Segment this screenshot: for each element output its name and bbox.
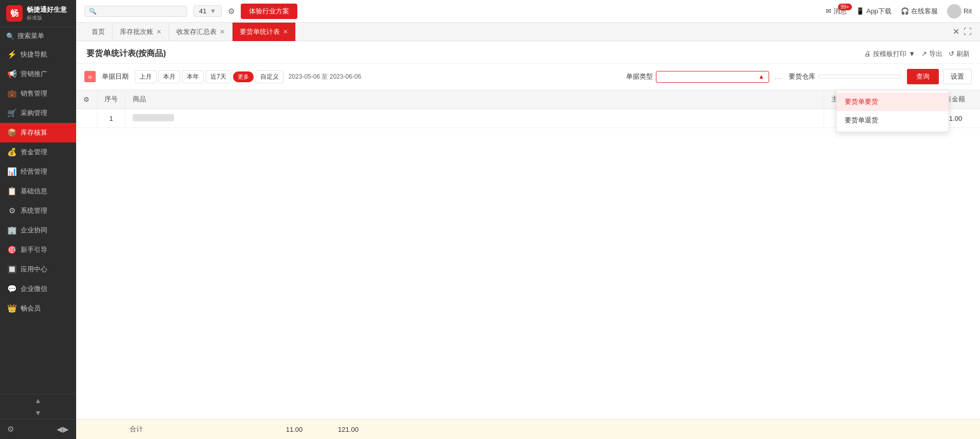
custom-date-btn[interactable]: 自定义: [256, 70, 283, 83]
footer-total-label: 合计: [130, 425, 143, 433]
main-area: 🔍 41 ▼ ⚙ 体验行业方案 ✉ 消息 99+ 📱 App下载 🎧 在线客服: [76, 0, 980, 439]
sidebar-item-app-center[interactable]: 🔲应用中心: [0, 260, 76, 279]
sidebar-icon-basic-info: 📋: [7, 187, 16, 196]
sidebar-label-wechat: 企业微信: [21, 284, 47, 294]
tab-label-home: 首页: [92, 27, 105, 36]
table-footer: 合计 11.00 121.00: [76, 419, 980, 439]
sidebar-icon-system: ⚙: [7, 206, 16, 215]
sidebar-item-purchase[interactable]: 🛒采购管理: [0, 103, 76, 123]
tab-requisition-stat[interactable]: 要货单统计表 ✕: [233, 23, 296, 41]
this-year-btn[interactable]: 本年: [182, 70, 204, 83]
dropdown-item-requisition-order[interactable]: 要货单要货: [836, 93, 949, 111]
col-settings-header: ⚙: [76, 90, 97, 109]
last-month-btn[interactable]: 上月: [135, 70, 156, 83]
footer-cells: 合计 11.00 121.00: [83, 425, 973, 434]
sidebar-item-guide[interactable]: 🎯新手引导: [0, 240, 76, 260]
type-more-btn[interactable]: …: [774, 72, 782, 81]
tab-close-receivable-summary[interactable]: ✕: [220, 28, 225, 35]
row-settings-0: [76, 109, 97, 128]
sidebar-label-quick-nav: 快捷导航: [21, 50, 47, 59]
sidebar-item-enterprise[interactable]: 🏢企业协同: [0, 221, 76, 240]
app-logo-icon: 畅: [6, 5, 23, 22]
sidebar-item-wechat[interactable]: 💬企业微信: [0, 279, 76, 299]
message-badge: 99+: [838, 4, 852, 10]
col-product-header: 商品: [126, 90, 824, 109]
type-select-box[interactable]: ▲: [656, 71, 769, 83]
type-select-input[interactable]: [661, 73, 755, 81]
search-icon: 🔍: [6, 32, 14, 40]
app-download-item[interactable]: 📱 App下载: [856, 7, 892, 16]
sidebar: 畅 畅捷通好生意 标准版 🔍 搜索菜单 ⚡快捷导航📢营销推广💼销售管理🛒采购管理…: [0, 0, 76, 439]
sidebar-item-operations[interactable]: 📊经营管理: [0, 162, 76, 181]
sidebar-label-system: 系统管理: [21, 206, 47, 215]
user-avatar-item[interactable]: Rit: [947, 4, 972, 19]
tab-receivable-summary[interactable]: 收发存汇总表 ✕: [169, 23, 233, 41]
sidebar-label-marketing: 营销推广: [21, 69, 47, 79]
product-placeholder-0: [133, 114, 174, 121]
sidebar-item-marketing[interactable]: 📢营销推广: [0, 64, 76, 84]
tab-close-all-icon[interactable]: ✕: [953, 27, 959, 36]
type-filter-group: 单据类型 ▲ …: [626, 71, 782, 83]
sidebar-label-app-center: 应用中心: [21, 265, 47, 274]
col-no-header: 序号: [97, 90, 126, 109]
this-month-btn[interactable]: 本月: [158, 70, 180, 83]
refresh-btn[interactable]: ↺ 刷新: [949, 49, 970, 59]
topbar-gear-icon[interactable]: ⚙: [228, 7, 235, 16]
sidebar-icon-member: 👑: [7, 304, 16, 313]
tab-home[interactable]: 首页: [84, 23, 113, 41]
trial-button[interactable]: 体验行业方案: [241, 4, 297, 19]
sidebar-icon-quick-nav: ⚡: [7, 50, 16, 59]
warehouse-label: 要货仓库: [789, 72, 815, 81]
tab-label-inventory-batch: 库存批次账: [120, 27, 153, 36]
message-icon: ✉: [826, 7, 831, 15]
page-title: 要货单统计表(按商品): [86, 48, 166, 59]
topbar-search-box[interactable]: 🔍: [84, 6, 187, 17]
sidebar-icon-marketing: 📢: [7, 69, 16, 79]
sidebar-label-sales: 销售管理: [21, 89, 47, 98]
footer-quantity: 11.00: [269, 426, 320, 433]
scroll-down-indicator[interactable]: ▼: [34, 409, 42, 417]
table-wrapper[interactable]: ⚙ 序号 商品 主计量单位 主数量 零售金额 1 块 11.: [76, 90, 980, 419]
tab-inventory-batch[interactable]: 库存批次账 ✕: [113, 23, 169, 41]
query-button[interactable]: 查询: [907, 69, 939, 84]
more-dates-btn[interactable]: 更多: [233, 71, 254, 82]
message-item[interactable]: ✉ 消息 99+: [826, 7, 847, 16]
tabs-bar: 首页库存批次账 ✕收发存汇总表 ✕要货单统计表 ✕ ✕ ⛶: [76, 23, 980, 41]
sidebar-item-system[interactable]: ⚙系统管理: [0, 201, 76, 221]
sidebar-item-inventory[interactable]: 📦库存核算: [0, 123, 76, 142]
support-item[interactable]: 🎧 在线客服: [901, 7, 938, 16]
settings-col-icon[interactable]: ⚙: [83, 96, 90, 103]
tab-close-requisition-stat[interactable]: ✕: [283, 28, 288, 35]
sidebar-item-quick-nav[interactable]: ⚡快捷导航: [0, 45, 76, 64]
export-btn[interactable]: ↗ 导出: [921, 49, 942, 59]
print-template-btn[interactable]: 🖨 按模板打印 ▼: [864, 49, 915, 59]
user-avatar: [947, 4, 961, 19]
sidebar-item-finance[interactable]: 💰资金管理: [0, 142, 76, 162]
last-7days-btn[interactable]: 近7天: [206, 70, 231, 83]
tab-close-inventory-batch[interactable]: ✕: [156, 28, 162, 35]
type-dropdown: 要货单要货要货单退货: [836, 90, 949, 132]
sidebar-icon-enterprise: 🏢: [7, 226, 16, 235]
row-no-0: 1: [97, 109, 126, 128]
sidebar-icon-finance: 💰: [7, 148, 16, 157]
scroll-up-indicator[interactable]: ▲: [34, 396, 42, 405]
sidebar-label-enterprise: 企业协同: [21, 226, 47, 235]
filter-expand-btn[interactable]: »: [84, 71, 96, 82]
settings-button[interactable]: 设置: [943, 69, 972, 84]
sidebar-item-member[interactable]: 👑畅会员: [0, 299, 76, 318]
app-download-label: App下载: [866, 7, 892, 16]
page-content: 要货单统计表(按商品) 🖨 按模板打印 ▼ ↗ 导出 ↺ 刷新 »: [76, 41, 980, 439]
topbar-tag-number[interactable]: 41 ▼: [193, 5, 222, 17]
sidebar-item-basic-info[interactable]: 📋基础信息: [0, 181, 76, 201]
tag-dropdown-icon: ▼: [209, 7, 216, 15]
support-icon: 🎧: [901, 7, 909, 15]
dropdown-item-requisition-return[interactable]: 要货单退货: [836, 111, 949, 130]
topbar-search-icon: 🔍: [89, 8, 97, 15]
sidebar-search[interactable]: 🔍 搜索菜单: [0, 27, 76, 45]
filter-bar: » 单据日期 上月 本月 本年 近7天 更多 自定义 2023-05-06 至 …: [76, 64, 980, 90]
settings-icon[interactable]: ⚙: [7, 425, 14, 434]
warehouse-select-box[interactable]: [818, 75, 901, 79]
sidebar-item-sales[interactable]: 💼销售管理: [0, 84, 76, 103]
collapse-icon[interactable]: ◀▶: [57, 425, 69, 434]
tab-expand-icon[interactable]: ⛶: [964, 27, 972, 36]
